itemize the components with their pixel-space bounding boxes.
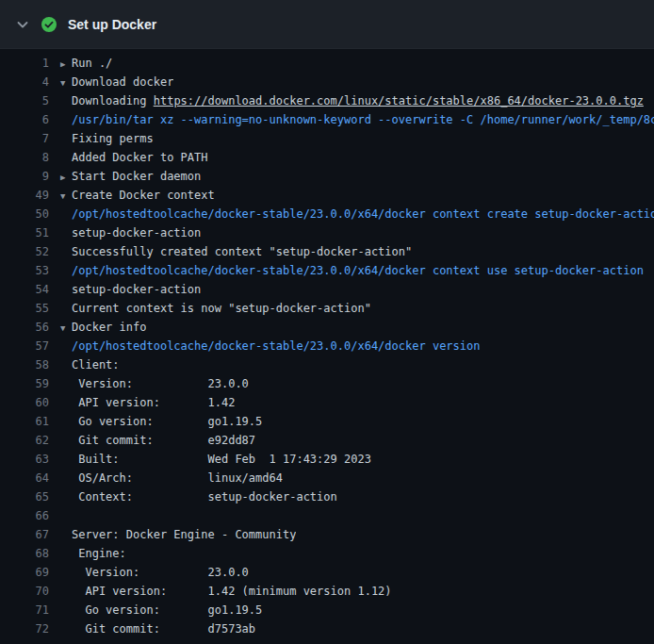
line-number[interactable]: 61 [0,412,49,431]
log-line[interactable]: 57/opt/hostedtoolcache/docker-stable/23.… [0,337,654,355]
log-line-content: Server: Docker Engine - Community [49,525,296,544]
log-line[interactable]: 58Client: [0,355,654,374]
log-line[interactable]: 7Fixing perms [0,129,654,148]
log-line[interactable]: 55Current context is now "setup-docker-a… [0,299,654,318]
line-number[interactable]: 71 [0,601,49,619]
log-text: Successfully created context "setup-dock… [72,245,412,258]
log-text: /usr/bin/tar xz --warning=no-unknown-key… [72,113,654,126]
log-line[interactable]: 66 [0,506,654,525]
log-line[interactable]: 68 Engine: [0,544,654,563]
log-text: Go version: go1.19.5 [72,415,262,428]
log-line[interactable]: 69 Version: 23.0.0 [0,563,654,582]
line-number[interactable]: 7 [0,129,49,148]
log-line[interactable]: 64 OS/Arch: linux/amd64 [0,469,654,487]
log-line-content: ▼Download docker [49,73,173,91]
triangle-right-icon[interactable]: ▶ [60,55,72,73]
log-line[interactable]: 1▶Run ./ [0,54,654,73]
line-number[interactable]: 60 [0,393,49,412]
line-number[interactable]: 66 [0,506,49,525]
triangle-down-icon[interactable]: ▼ [60,74,72,91]
line-number[interactable]: 49 [0,186,49,205]
log-line-content: /opt/hostedtoolcache/docker-stable/23.0.… [49,205,654,223]
line-number[interactable]: 5 [0,91,49,110]
line-number[interactable]: 53 [0,261,49,280]
line-number[interactable]: 68 [0,544,49,563]
log-line[interactable]: 60 API version: 1.42 [0,393,654,412]
line-number[interactable]: 58 [0,355,49,374]
log-line[interactable]: 49▼Create Docker context [0,186,654,205]
line-number[interactable]: 4 [0,73,49,91]
log-line[interactable]: 67Server: Docker Engine - Community [0,525,654,544]
step-title: Set up Docker [68,17,156,32]
log-link[interactable]: https://download.docker.com/linux/static… [154,94,644,107]
log-line[interactable]: 8Added Docker to PATH [0,148,654,167]
line-number[interactable]: 1 [0,54,49,73]
line-number[interactable]: 51 [0,223,49,242]
log-line[interactable]: 56▼Docker info [0,318,654,337]
log-line[interactable]: 63 Built: Wed Feb 1 17:43:29 2023 [0,450,654,469]
line-number[interactable]: 72 [0,619,49,638]
log-line[interactable]: 65 Context: setup-docker-action [0,487,654,506]
line-number[interactable]: 59 [0,374,49,393]
line-number[interactable]: 57 [0,337,49,355]
line-number[interactable]: 50 [0,205,49,223]
line-number[interactable]: 54 [0,280,49,299]
log-line[interactable]: 70 API version: 1.42 (minimum version 1.… [0,582,654,601]
log-text: Start Docker daemon [72,170,201,183]
line-number[interactable]: 70 [0,582,49,601]
line-number[interactable]: 56 [0,318,49,337]
log-text: /opt/hostedtoolcache/docker-stable/23.0.… [72,264,644,277]
line-number[interactable]: 65 [0,487,49,506]
log-text: Current context is now "setup-docker-act… [72,302,371,315]
log-line-content: Context: setup-docker-action [49,487,337,506]
log-text: Added Docker to PATH [72,151,208,164]
log-line[interactable]: 5Downloading https://download.docker.com… [0,91,654,110]
line-number[interactable]: 6 [0,110,49,129]
log-line-content: Engine: [49,544,126,563]
triangle-right-icon[interactable]: ▶ [60,168,72,186]
chevron-down-icon[interactable] [15,17,30,32]
log-line[interactable]: 9▶Start Docker daemon [0,167,654,186]
log-line[interactable]: 72 Git commit: d7573ab [0,619,654,638]
line-number[interactable]: 52 [0,242,49,261]
log-line[interactable]: 51setup-docker-action [0,223,654,242]
line-number[interactable]: 9 [0,167,49,186]
log-line-content: setup-docker-action [49,223,201,242]
log-line[interactable]: 50/opt/hostedtoolcache/docker-stable/23.… [0,205,654,223]
log-line[interactable]: 53/opt/hostedtoolcache/docker-stable/23.… [0,261,654,280]
log-line-content: Added Docker to PATH [49,148,208,167]
log-line[interactable]: 6/usr/bin/tar xz --warning=no-unknown-ke… [0,110,654,129]
log-line-content: ▼Create Docker context [49,186,215,205]
success-check-icon [41,17,57,32]
line-number[interactable]: 63 [0,450,49,469]
log-text: setup-docker-action [72,283,201,296]
log-line-content: ▶Start Docker daemon [49,167,201,186]
log-line-content: Client: [49,355,120,374]
log-line[interactable]: 4▼Download docker [0,73,654,91]
log-text: Built: Wed Feb 1 17:43:29 2023 [72,453,371,466]
triangle-down-icon[interactable]: ▼ [60,319,72,337]
log-text: Go version: go1.19.5 [72,603,262,617]
step-header[interactable]: Set up Docker [0,0,654,49]
log-line-content: Version: 23.0.0 [49,563,249,582]
log-line[interactable]: 62 Git commit: e92dd87 [0,431,654,450]
triangle-down-icon[interactable]: ▼ [60,187,72,205]
log-text: Download docker [72,75,173,89]
log-line[interactable]: 52Successfully created context "setup-do… [0,242,654,261]
log-text: Engine: [72,547,126,560]
log-line[interactable]: 61 Go version: go1.19.5 [0,412,654,431]
log-text: /opt/hostedtoolcache/docker-stable/23.0.… [72,207,654,221]
line-number[interactable]: 8 [0,148,49,167]
log-line[interactable]: 71 Go version: go1.19.5 [0,601,654,619]
log-line-content: Built: Wed Feb 1 17:43:29 2023 [49,450,371,469]
log-line-content: Fixing perms [49,129,154,148]
line-number[interactable]: 64 [0,469,49,487]
log-line[interactable]: 59 Version: 23.0.0 [0,374,654,393]
line-number[interactable]: 55 [0,299,49,318]
log-line-content: Current context is now "setup-docker-act… [49,299,371,318]
log-line[interactable]: 54setup-docker-action [0,280,654,299]
line-number[interactable]: 69 [0,563,49,582]
log-line-content: Version: 23.0.0 [49,374,249,393]
line-number[interactable]: 67 [0,525,49,544]
line-number[interactable]: 62 [0,431,49,450]
